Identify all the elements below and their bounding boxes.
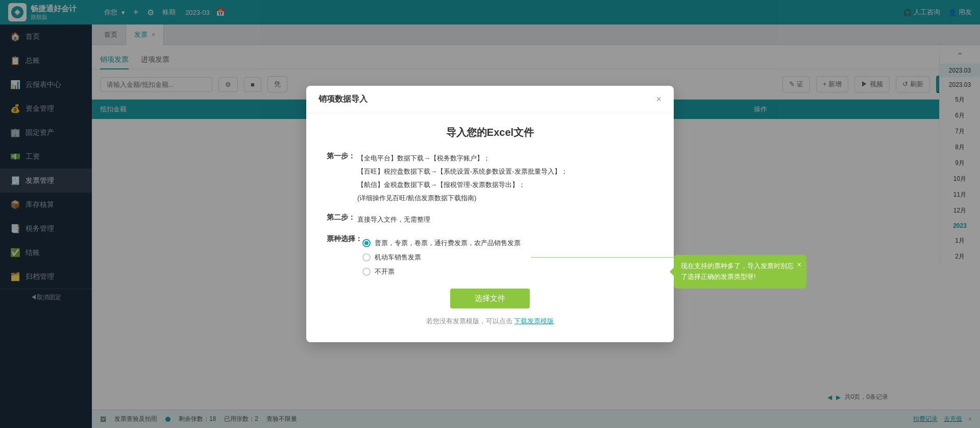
download-template-link[interactable]: 下载发票模版: [514, 317, 554, 325]
step1-line3: 【航信】金税盘数据下载→【报税管理-发票数据导出】；: [357, 178, 568, 192]
tooltip-text: 现在支持的票种多了，导入发票时别忘了选择正确的发票类型呀!: [681, 262, 794, 280]
radio-2-label: 机动车销售发票: [375, 253, 421, 262]
step1-label: 第一步：: [327, 152, 357, 205]
guide-link[interactable]: (详细操作见百旺/航信发票数据下载指南): [357, 194, 476, 202]
step1-content: 【全电平台】数据下载→【税务数字账户】； 【百旺】税控盘数据下载→【系统设置-系…: [357, 152, 568, 205]
import-modal: 销项数据导入 × 导入您的Excel文件 第一步： 【全电平台】数据下载→【税务…: [306, 86, 674, 342]
radio-2-circle: [362, 253, 371, 261]
radio-3-label: 不开票: [375, 267, 395, 276]
ticket-section: 票种选择： 普票，专票，卷票，通行费发票，农产品销售发票 机动车销售发票: [327, 234, 653, 276]
modal-title: 销项数据导入: [318, 94, 368, 105]
radio-option-3[interactable]: 不开票: [362, 267, 521, 276]
radio-option-1[interactable]: 普票，专票，卷票，通行费发票，农产品销售发票: [362, 239, 521, 248]
radio-option-2[interactable]: 机动车销售发票: [362, 253, 521, 262]
select-file-button[interactable]: 选择文件: [450, 289, 530, 308]
radio-1-circle: [362, 239, 371, 247]
step2-content: 直接导入文件，无需整理: [357, 213, 430, 226]
modal-body: 导入您的Excel文件 第一步： 【全电平台】数据下载→【税务数字账户】； 【百…: [306, 113, 674, 342]
ticket-options: 普票，专票，卷票，通行费发票，农产品销售发票 机动车销售发票 不开票: [362, 239, 521, 276]
step1-line1: 【全电平台】数据下载→【税务数字账户】；: [357, 152, 568, 165]
modal-footer: 若您没有发票模版，可以点击 下载发票模版: [327, 317, 653, 326]
tooltip-bubble: × 现在支持的票种多了，导入发票时别忘了选择正确的发票类型呀!: [674, 255, 806, 289]
footer-text: 若您没有发票模版，可以点击: [426, 317, 512, 325]
modal-subtitle: 导入您的Excel文件: [327, 126, 653, 139]
step2-row: 第二步： 直接导入文件，无需整理: [327, 213, 653, 226]
step1-row: 第一步： 【全电平台】数据下载→【税务数字账户】； 【百旺】税控盘数据下载→【系…: [327, 152, 653, 205]
ticket-label-row: 票种选择： 普票，专票，卷票，通行费发票，农产品销售发票 机动车销售发票: [327, 234, 653, 276]
step1-inline: 第一步： 【全电平台】数据下载→【税务数字账户】； 【百旺】税控盘数据下载→【系…: [327, 152, 653, 205]
step2-label: 第二步：: [327, 213, 357, 226]
ticket-label: 票种选择：: [327, 234, 362, 276]
radio-3-circle: [362, 268, 371, 276]
step1-link: (详细操作见百旺/航信发票数据下载指南): [357, 192, 568, 205]
tooltip-close-button[interactable]: ×: [797, 259, 801, 270]
step1-line2: 【百旺】税控盘数据下载→【系统设置-系统参数设置-发票批量导入】；: [357, 165, 568, 178]
radio-1-label: 普票，专票，卷票，通行费发票，农产品销售发票: [375, 239, 521, 248]
modal-close-button[interactable]: ×: [656, 94, 662, 105]
step2-inline: 第二步： 直接导入文件，无需整理: [327, 213, 653, 226]
modal-header: 销项数据导入 ×: [306, 86, 674, 113]
